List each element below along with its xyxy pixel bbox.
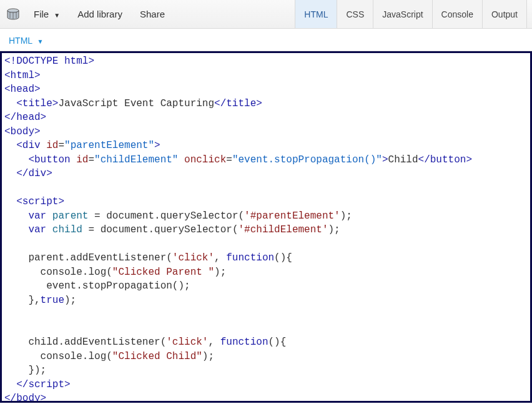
code-line[interactable]: var parent = document.querySelector('#pa… [4,209,528,224]
code-line[interactable]: </body> [4,392,528,403]
toolbar-left-group: File ▼ Add library Share [26,5,172,23]
code-line[interactable]: console.log("Clicked Parent "); [4,265,528,280]
panel-tab-label: HTML [304,9,328,19]
code-line[interactable]: <head> [4,82,528,97]
main-toolbar: File ▼ Add library Share HTML CSS JavaSc… [0,0,532,29]
panel-tab-html[interactable]: HTML [295,0,337,28]
code-line[interactable]: </div> [4,167,528,181]
code-line[interactable]: var child = document.querySelector('#chi… [4,223,528,237]
code-line[interactable]: event.stopPropagation(); [4,279,528,293]
code-line[interactable]: <body> [4,125,528,139]
code-line[interactable]: </script> [4,378,528,392]
code-line[interactable]: <div id="parentElement"> [4,139,528,153]
code-line[interactable]: <button id="childElement" onclick="event… [4,153,528,167]
code-line[interactable] [4,322,528,336]
code-line[interactable]: },true); [4,293,528,308]
file-menu[interactable]: File ▼ [26,5,67,23]
panel-tab-css[interactable]: CSS [337,0,373,28]
panel-tab-label: Console [441,9,473,19]
file-menu-label: File [34,9,49,19]
code-editor[interactable]: <!DOCTYPE html><html><head> <title>JavaS… [0,51,532,403]
code-line[interactable]: </head> [4,111,528,125]
code-line[interactable]: console.log("Clicked Child"); [4,350,528,364]
panel-tab-label: Output [491,9,518,19]
code-line[interactable]: <title>JavaScript Event Capturing</title… [4,97,528,111]
caret-down-icon: ▼ [54,12,60,19]
share-button[interactable]: Share [132,5,172,23]
code-line[interactable]: <!DOCTYPE html> [4,54,528,69]
jsbin-logo-icon[interactable] [5,6,21,23]
panel-tab-javascript[interactable]: JavaScript [373,0,431,28]
code-line[interactable] [4,307,528,322]
code-line[interactable] [4,237,528,252]
panel-tabs: HTML CSS JavaScript Console Output [295,0,527,28]
add-library-label: Add library [77,9,122,19]
share-label: Share [140,9,165,19]
panel-tab-console[interactable]: Console [432,0,482,28]
code-line[interactable]: parent.addEventListener('click', functio… [4,251,528,265]
code-line[interactable]: child.addEventListener('click', function… [4,335,528,350]
editor-subbar: HTML ▼ [0,29,532,51]
code-line[interactable]: <script> [4,195,528,209]
code-line[interactable] [4,181,528,195]
code-line[interactable]: }); [4,363,528,378]
caret-down-icon: ▼ [37,38,43,45]
add-library-button[interactable]: Add library [70,5,130,23]
panel-tab-output[interactable]: Output [482,0,527,28]
panel-tab-label: CSS [346,9,364,19]
panel-tab-label: JavaScript [382,9,423,19]
editor-mode-label: HTML [9,36,32,46]
code-line[interactable]: <html> [4,69,528,83]
editor-mode-select[interactable]: HTML ▼ [6,32,47,51]
